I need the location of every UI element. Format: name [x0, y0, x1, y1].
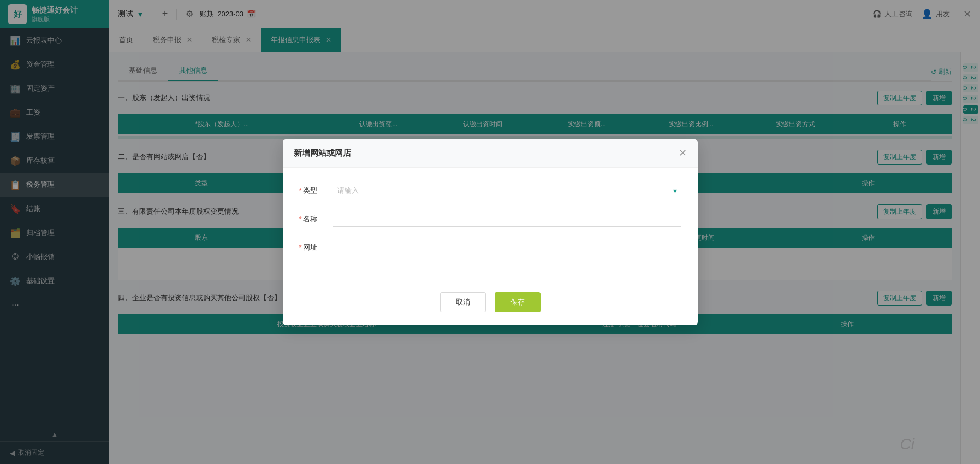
label-name-text: 名称 [303, 214, 317, 224]
form-label-type: * 类型 [299, 186, 326, 196]
form-field-type: * 类型 ▾ [299, 183, 681, 198]
form-label-url: * 网址 [299, 243, 326, 252]
modal-overlay: 新增网站或网店 ✕ * 类型 ▾ * 名称 [0, 0, 980, 464]
url-input[interactable] [333, 240, 681, 255]
type-input[interactable] [333, 183, 681, 198]
form-field-name: * 名称 [299, 212, 681, 227]
required-asterisk-url: * [299, 243, 302, 251]
dialog-body: * 类型 ▾ * 名称 * [283, 168, 698, 284]
form-field-url: * 网址 [299, 240, 681, 255]
add-website-dialog: 新增网站或网店 ✕ * 类型 ▾ * 名称 [283, 139, 698, 325]
dialog-header: 新增网站或网店 ✕ [283, 139, 698, 168]
label-url-text: 网址 [303, 243, 317, 252]
form-input-type-wrap: ▾ [333, 183, 681, 198]
cancel-button[interactable]: 取消 [440, 292, 486, 312]
form-input-name-wrap [333, 212, 681, 227]
dialog-footer: 取消 保存 [283, 284, 698, 325]
form-input-url-wrap [333, 240, 681, 255]
dialog-title: 新增网站或网店 [294, 148, 351, 158]
save-button[interactable]: 保存 [495, 292, 541, 312]
required-asterisk-name: * [299, 215, 302, 223]
name-input[interactable] [333, 212, 681, 227]
dialog-close-button[interactable]: ✕ [679, 148, 687, 158]
required-asterisk-type: * [299, 186, 302, 195]
label-type-text: 类型 [303, 186, 317, 196]
form-label-name: * 名称 [299, 214, 326, 224]
